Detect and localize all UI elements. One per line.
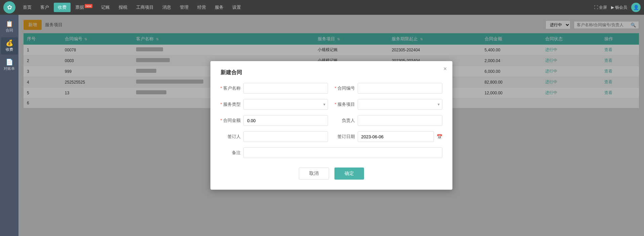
signer-input[interactable] xyxy=(243,131,328,142)
signer-row: 签订人 xyxy=(220,131,328,142)
app-logo[interactable]: ✿ xyxy=(3,1,15,13)
new-badge: new xyxy=(85,4,92,8)
nav-right-area: ⛶ 全屏 ▶ 畅会员 👤 xyxy=(594,3,641,12)
responsible-person-input[interactable] xyxy=(358,115,442,126)
contract-icon: 📋 xyxy=(6,21,13,27)
main-content: 新增 服务项目 进行中 已完成 全部 🔍 序号 合同编号 ⇅ xyxy=(18,15,644,236)
remarks-input[interactable] xyxy=(243,147,442,158)
sidebar-item-statement[interactable]: 📄 对账单 xyxy=(1,56,18,74)
avatar[interactable]: 👤 xyxy=(631,3,641,12)
contract-amount-label: 合同金额 xyxy=(220,117,241,124)
contract-no-input[interactable] xyxy=(358,83,442,94)
responsible-person-row: 负责人 xyxy=(335,115,442,126)
new-contract-modal: 新建合同 × 客户名称 合同编号 服务类型 xyxy=(210,61,452,190)
service-item-label: 服务项目 xyxy=(335,101,355,107)
cancel-button[interactable]: 取消 xyxy=(299,168,329,180)
member-button[interactable]: ▶ 畅会员 xyxy=(611,5,627,10)
nav-item-customer[interactable]: 客户 xyxy=(36,3,53,12)
main-layout: 📋 合同 💰 收费 📄 对账单 新增 服务项目 进行中 已完成 全部 🔍 xyxy=(0,15,644,236)
nav-item-tax[interactable]: 报税 xyxy=(115,3,131,12)
sign-date-label: 签订日期 xyxy=(335,134,355,140)
charge-icon: 💰 xyxy=(6,40,13,46)
responsible-person-label: 负责人 xyxy=(335,117,355,124)
nav-item-operation[interactable]: 经营 xyxy=(193,3,210,12)
confirm-button[interactable]: 确定 xyxy=(334,168,364,180)
nav-item-ticket[interactable]: 票据new xyxy=(71,3,96,12)
nav-item-message[interactable]: 消息 xyxy=(158,3,175,12)
modal-title: 新建合同 xyxy=(220,69,442,76)
customer-name-label: 客户名称 xyxy=(220,85,241,91)
contract-amount-row: 合同金额 0.00 xyxy=(220,115,328,126)
customer-name-row: 客户名称 xyxy=(220,83,328,94)
remarks-row: 备注 xyxy=(220,147,442,158)
sidebar: 📋 合同 💰 收费 📄 对账单 xyxy=(0,15,18,236)
modal-footer: 取消 确定 xyxy=(220,168,442,180)
sidebar-item-contract[interactable]: 📋 合同 xyxy=(1,18,18,36)
top-navigation: ✿ 首页 客户 收费 票据new 记账 报税 工商项目 消息 管理 经营 服务 … xyxy=(0,0,644,15)
service-item-row: 服务项目 xyxy=(335,99,442,110)
signer-label: 签订人 xyxy=(220,134,241,140)
modal-overlay: 新建合同 × 客户名称 合同编号 服务类型 xyxy=(18,15,644,236)
contract-no-row: 合同编号 xyxy=(335,83,442,94)
nav-menu: 首页 客户 收费 票据new 记账 报税 工商项目 消息 管理 经营 服务 设置 xyxy=(19,3,594,12)
service-type-row: 服务类型 xyxy=(220,99,328,110)
service-item-select[interactable] xyxy=(358,99,442,110)
nav-item-manage[interactable]: 管理 xyxy=(176,3,193,12)
nav-item-service[interactable]: 服务 xyxy=(211,3,228,12)
nav-item-bookkeeping[interactable]: 记账 xyxy=(97,3,114,12)
form-grid: 客户名称 合同编号 服务类型 xyxy=(220,83,442,158)
remarks-label: 备注 xyxy=(220,150,241,156)
contract-amount-input[interactable]: 0.00 xyxy=(243,115,328,126)
service-type-select-wrap xyxy=(243,99,328,110)
nav-item-home[interactable]: 首页 xyxy=(19,3,36,12)
modal-close-button[interactable]: × xyxy=(443,66,447,72)
fullscreen-icon: ⛶ xyxy=(594,5,598,10)
sign-date-input[interactable]: 2023-06-06 xyxy=(358,131,434,142)
nav-item-biz[interactable]: 工商项目 xyxy=(132,3,158,12)
nav-item-settings[interactable]: 设置 xyxy=(228,3,245,12)
sidebar-item-charge[interactable]: 💰 收费 xyxy=(1,37,18,55)
play-icon: ▶ xyxy=(611,5,614,10)
fullscreen-button[interactable]: ⛶ 全屏 xyxy=(594,5,607,10)
service-type-label: 服务类型 xyxy=(220,101,241,107)
statement-icon: 📄 xyxy=(6,59,13,65)
service-item-select-wrap xyxy=(358,99,442,110)
nav-item-charge[interactable]: 收费 xyxy=(54,3,71,12)
sign-date-row: 签订日期 2023-06-06 📅 xyxy=(335,131,442,142)
contract-no-label: 合同编号 xyxy=(335,85,355,91)
service-type-select[interactable] xyxy=(243,99,328,110)
calendar-icon[interactable]: 📅 xyxy=(437,134,442,139)
customer-name-input[interactable] xyxy=(243,83,328,94)
